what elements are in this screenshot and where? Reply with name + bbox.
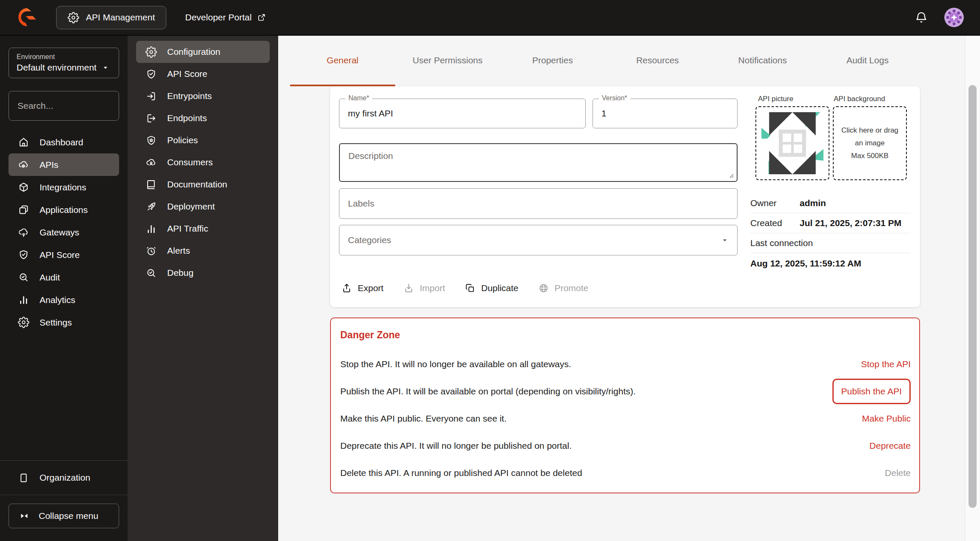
background-hint-text: Click here or drag an image	[838, 124, 902, 150]
tab-properties[interactable]: Properties	[500, 36, 605, 86]
api-picture-dropzone[interactable]	[755, 106, 829, 180]
detail-row-last-connection-value: Aug 12, 2025, 11:59:12 AM	[750, 253, 910, 273]
danger-zone-card: Danger Zone Stop the API. It will no lon…	[330, 317, 920, 493]
name-input[interactable]	[339, 99, 585, 128]
owner-label: Owner	[750, 198, 800, 208]
description-textarea[interactable]	[340, 144, 737, 181]
submenu-item-configuration[interactable]: Configuration	[136, 41, 270, 63]
sidebar-item-apis[interactable]: APIs	[9, 153, 119, 176]
delete-button: Delete	[885, 468, 911, 478]
categories-select[interactable]: Categories	[339, 225, 738, 255]
submenu-item-consumers[interactable]: Consumers	[136, 151, 270, 173]
search-check-icon	[18, 272, 29, 283]
api-background-dropzone[interactable]: Click here or drag an image Max 500KB	[833, 106, 907, 180]
last-connection-value: Aug 12, 2025, 11:59:12 AM	[750, 258, 861, 269]
make-public-button[interactable]: Make Public	[862, 414, 911, 424]
scrollbar-thumb[interactable]	[969, 85, 977, 508]
sidebar-item-settings[interactable]: Settings	[9, 311, 119, 334]
submenu-item-label: Configuration	[167, 47, 220, 57]
developer-portal-label: Developer Portal	[185, 12, 251, 23]
shield-check-icon	[18, 249, 29, 261]
cube-icon	[18, 181, 29, 193]
collapse-menu-label: Collapse menu	[39, 511, 98, 521]
submenu-item-api-score[interactable]: API Score	[136, 63, 270, 85]
background-limit-text: Max 500KB	[838, 150, 902, 162]
submenu-item-debug[interactable]: Debug	[136, 262, 270, 284]
promote-button: Promote	[538, 283, 588, 294]
search-check-icon	[145, 267, 157, 279]
import-button: Import	[403, 283, 445, 294]
submenu-item-label: Alerts	[167, 246, 190, 256]
created-label: Created	[750, 218, 800, 228]
export-icon	[341, 283, 352, 294]
sidebar-bottom: Organization Collapse menu	[0, 460, 128, 541]
deprecate-button[interactable]: Deprecate	[869, 441, 911, 451]
submenu-item-api-traffic[interactable]: API Traffic	[136, 218, 270, 240]
tab-general[interactable]: General	[290, 36, 395, 86]
submenu-item-label: Endpoints	[167, 113, 207, 123]
app-windows-icon	[18, 204, 29, 215]
resize-handle[interactable]	[728, 173, 734, 178]
sidebar-item-organization[interactable]: Organization	[0, 461, 128, 495]
sidebar-item-label: Analytics	[40, 295, 75, 305]
arrow-out-of-box-icon	[145, 113, 157, 124]
bell-icon	[914, 10, 929, 25]
copy-icon	[464, 283, 476, 294]
globe-icon	[538, 283, 549, 294]
sidebar-item-analytics[interactable]: Analytics	[9, 289, 119, 311]
sidebar-item-label: API Score	[40, 250, 80, 260]
duplicate-button[interactable]: Duplicate	[464, 283, 518, 294]
publish-api-button[interactable]: Publish the API	[832, 379, 911, 404]
tab-audit-logs[interactable]: Audit Logs	[815, 36, 920, 86]
environment-selector[interactable]: Environment Default environment	[9, 48, 119, 78]
cloud-user-icon	[145, 157, 157, 168]
sidebar-item-api-score[interactable]: API Score	[9, 244, 119, 266]
danger-row-delete: Delete this API. A running or published …	[340, 463, 911, 483]
export-button[interactable]: Export	[341, 283, 384, 294]
sidebar-item-gateways[interactable]: Gateways	[9, 221, 119, 244]
vertical-scrollbar	[965, 36, 980, 541]
tab-notifications[interactable]: Notifications	[710, 36, 815, 86]
submenu-item-policies[interactable]: Policies	[136, 129, 270, 151]
gravitee-logo-icon	[16, 6, 38, 28]
danger-row-deprecate: Deprecate this API. It will no longer be…	[340, 436, 911, 456]
stop-api-button[interactable]: Stop the API	[861, 359, 911, 369]
sidebar-item-label: Integrations	[40, 182, 86, 193]
submenu-item-entrypoints[interactable]: Entrypoints	[136, 85, 270, 107]
api-submenu: Configuration API Score Entrypoints Endp…	[128, 36, 278, 541]
notifications-bell-button[interactable]	[914, 10, 929, 25]
version-field: Version*	[593, 99, 738, 128]
gear-icon	[68, 12, 79, 23]
sidebar-item-label: Audit	[40, 272, 60, 283]
sidebar-item-label: Settings	[40, 317, 72, 328]
labels-input[interactable]	[339, 189, 737, 218]
search-input[interactable]	[17, 101, 133, 111]
chevron-down-icon	[102, 64, 109, 71]
submenu-item-deployment[interactable]: Deployment	[136, 195, 270, 218]
developer-portal-link[interactable]: Developer Portal	[185, 12, 266, 23]
tab-user-permissions[interactable]: User Permissions	[395, 36, 500, 86]
submenu-item-label: Entrypoints	[167, 91, 212, 101]
environment-label: Environment	[17, 53, 111, 61]
name-field: Name*	[339, 99, 586, 128]
version-input[interactable]	[593, 99, 737, 128]
submenu-item-alerts[interactable]: Alerts	[136, 240, 270, 262]
app-switcher-button[interactable]: API Management	[56, 6, 166, 29]
sidebar-item-integrations[interactable]: Integrations	[9, 176, 119, 198]
sidebar-item-label: Applications	[40, 205, 88, 215]
alarm-clock-icon	[145, 245, 157, 257]
tab-resources[interactable]: Resources	[605, 36, 710, 86]
submenu-item-documentation[interactable]: Documentation	[136, 173, 270, 195]
submenu-item-label: Debug	[167, 268, 194, 278]
sidebar-item-label: Dashboard	[40, 137, 83, 147]
arrow-into-box-icon	[145, 91, 157, 102]
book-icon	[145, 179, 157, 190]
user-avatar[interactable]	[944, 8, 964, 27]
sidebar-item-dashboard[interactable]: Dashboard	[9, 131, 119, 153]
sidebar-item-audit[interactable]: Audit	[9, 266, 119, 289]
tab-bar: General User Permissions Properties Reso…	[290, 36, 920, 86]
sidebar-item-applications[interactable]: Applications	[9, 198, 119, 221]
submenu-item-endpoints[interactable]: Endpoints	[136, 107, 270, 129]
app-switcher-label: API Management	[86, 12, 155, 23]
collapse-menu-button[interactable]: Collapse menu	[9, 504, 119, 528]
